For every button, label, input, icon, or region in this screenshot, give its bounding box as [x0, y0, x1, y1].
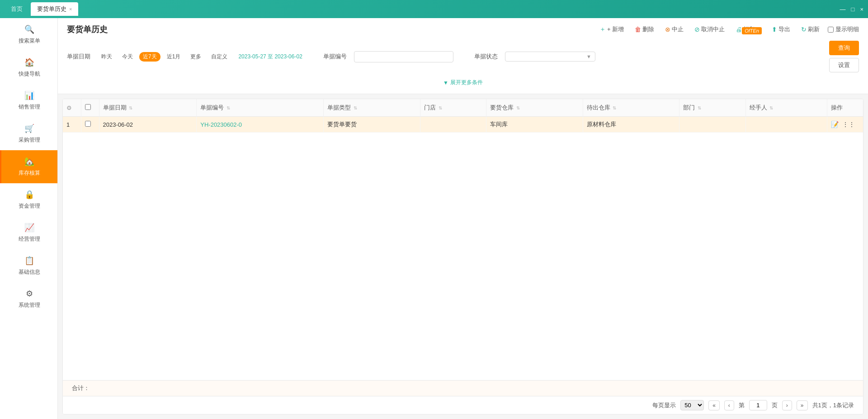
sidebar-item-system[interactable]: ⚙ 系统管理: [0, 282, 57, 315]
toolbar: ＋ + 新增 🗑 删除 ⊗ 中止 ⊘ 取消中止: [597, 24, 859, 35]
last-page-button[interactable]: »: [797, 400, 808, 410]
delete-icon: 🗑: [635, 26, 641, 33]
close-window-icon[interactable]: ×: [860, 6, 863, 13]
sidebar-item-inventory[interactable]: 🏡 库存核算: [0, 150, 57, 183]
often-badge: OfTEn: [742, 27, 762, 34]
page-number-input[interactable]: [749, 400, 767, 410]
page-title: 要货单历史: [67, 24, 108, 35]
filter-area: 单据日期 昨天 今天 近7天 近1月 更多 自定义 2023-05-27 至 2…: [67, 41, 859, 94]
shortcut-yesterday[interactable]: 昨天: [98, 52, 116, 62]
date-range-display: 2023-05-27 至 2023-06-02: [238, 53, 302, 61]
minimize-icon[interactable]: —: [840, 6, 846, 13]
sort-pend-wh-icon: ⇅: [613, 105, 616, 110]
sidebar-item-label: 采购管理: [19, 136, 40, 144]
date-shortcuts: 昨天 今天 近7天 近1月 更多 自定义: [98, 52, 231, 62]
sidebar-item-operation[interactable]: 📈 经营管理: [0, 216, 57, 249]
top-bar: 首页 要货单历史 × — □ ×: [0, 0, 868, 18]
cancel-stop-button[interactable]: ⊘ 取消中止: [692, 24, 727, 35]
per-page-select[interactable]: 10 20 50 100: [680, 400, 704, 410]
refresh-icon: ↻: [801, 26, 807, 33]
col-checkbox[interactable]: [81, 99, 99, 117]
close-tab-icon[interactable]: ×: [69, 6, 72, 12]
purchase-icon: 🛒: [24, 124, 34, 133]
table-area: ⚙ 单据日期 ⇅ 单据编号 ⇅: [62, 99, 863, 414]
expand-more-row: ▼ 展开更多条件: [67, 76, 859, 89]
next-page-button[interactable]: ›: [782, 400, 792, 410]
sort-type-icon: ⇅: [354, 105, 357, 110]
col-store[interactable]: 门店 ⇅: [420, 99, 486, 117]
row-checkbox[interactable]: [85, 121, 91, 127]
sidebar-item-sales[interactable]: 📊 销售管理: [0, 84, 57, 117]
status-select[interactable]: ▼: [505, 52, 595, 62]
sidebar-item-basic-info[interactable]: 📋 基础信息: [0, 249, 57, 282]
maximize-icon[interactable]: □: [851, 6, 855, 13]
page-label-after: 页: [772, 401, 778, 409]
sort-req-wh-icon: ⇅: [516, 105, 520, 110]
bill-no-input[interactable]: [354, 51, 453, 62]
sidebar-item-search-menu[interactable]: 🔍 搜索菜单: [0, 18, 57, 51]
refresh-button[interactable]: ↻ 刷新: [798, 24, 822, 35]
stop-icon: ⊗: [665, 26, 670, 33]
col-date[interactable]: 单据日期 ⇅: [99, 99, 197, 117]
cell-checkbox[interactable]: [81, 117, 99, 133]
display-detail-input[interactable]: [828, 27, 834, 33]
sort-dept-icon: ⇅: [698, 105, 701, 110]
export-button[interactable]: ⬆ 导出: [769, 24, 793, 35]
status-dropdown-icon[interactable]: ▼: [586, 54, 591, 59]
sidebar-item-purchase[interactable]: 🛒 采购管理: [0, 117, 57, 150]
date-filter-label: 单据日期: [67, 52, 90, 61]
col-department[interactable]: 部门 ⇅: [679, 99, 745, 117]
cell-req-warehouse: 车间库: [486, 117, 583, 133]
stop-button[interactable]: ⊗ 中止: [662, 24, 686, 35]
cell-bill-no[interactable]: YH-20230602-0: [197, 117, 324, 133]
more-action-icon[interactable]: ⋮⋮: [842, 121, 855, 128]
tab-home[interactable]: 首页: [5, 2, 29, 16]
prev-page-button[interactable]: ‹: [724, 400, 734, 410]
content-area: 要货单历史 ＋ + 新增 🗑 删除 ⊗ 中止 ⊘: [58, 18, 868, 419]
total-label: 合计：: [72, 385, 90, 391]
shortcut-7days[interactable]: 近7天: [139, 52, 160, 62]
select-all-checkbox[interactable]: [85, 104, 91, 110]
first-page-button[interactable]: «: [708, 400, 720, 410]
pagination: 每页显示 10 20 50 100 « ‹ 第 页 › » 共1页，1条记录: [63, 396, 863, 414]
tab-bill-history[interactable]: 要货单历史 ×: [31, 2, 78, 16]
sidebar: 🔍 搜索菜单 🏠 快捷导航 📊 销售管理 🛒 采购管理 🏡 库存核算 🔒 资金管…: [0, 18, 58, 419]
shortcut-custom[interactable]: 自定义: [208, 52, 231, 62]
sidebar-item-label: 销售管理: [19, 103, 40, 111]
sidebar-item-quick-nav[interactable]: 🏠 快捷导航: [0, 51, 57, 84]
shortcut-more[interactable]: 更多: [187, 52, 205, 62]
display-detail-checkbox[interactable]: 显示明细: [828, 25, 859, 33]
quick-nav-icon: 🏠: [24, 57, 34, 67]
table-container: ⚙ 单据日期 ⇅ 单据编号 ⇅: [63, 99, 863, 380]
cell-bill-type: 要货单要货: [324, 117, 420, 133]
expand-icon: ▼: [443, 80, 448, 86]
col-pending-warehouse[interactable]: 待出仓库 ⇅: [583, 99, 679, 117]
bill-no-link[interactable]: YH-20230602-0: [200, 121, 242, 128]
shortcut-today[interactable]: 今天: [118, 52, 137, 62]
cell-handler: [745, 117, 827, 133]
settings-button[interactable]: 设置: [829, 58, 859, 72]
col-bill-type[interactable]: 单据类型 ⇅: [324, 99, 420, 117]
sidebar-item-finance[interactable]: 🔒 资金管理: [0, 183, 57, 216]
cell-department: [679, 117, 745, 133]
shortcut-1month[interactable]: 近1月: [163, 52, 184, 62]
basic-info-icon: 📋: [24, 256, 34, 266]
edit-action-icon[interactable]: 📝: [831, 121, 839, 128]
total-pages-info: 共1页，1条记录: [812, 401, 854, 409]
per-page-label: 每页显示: [652, 401, 676, 409]
query-button[interactable]: 查询: [829, 41, 859, 55]
sort-date-icon: ⇅: [129, 105, 132, 110]
table-row[interactable]: 1 2023-06-02 YH-20230602-0 要货单要货 车间库: [63, 117, 863, 133]
col-req-warehouse[interactable]: 要货仓库 ⇅: [486, 99, 583, 117]
col-bill-no[interactable]: 单据编号 ⇅: [197, 99, 324, 117]
sidebar-item-label: 库存核算: [19, 169, 40, 177]
delete-button[interactable]: 🗑 删除: [632, 24, 657, 35]
sales-icon: 📊: [24, 90, 34, 100]
new-button[interactable]: ＋ + 新增: [597, 24, 627, 35]
col-handler[interactable]: 经手人 ⇅: [745, 99, 827, 117]
expand-more-button[interactable]: ▼ 展开更多条件: [67, 76, 859, 89]
sidebar-item-label: 基础信息: [19, 268, 40, 276]
cell-index: 1: [63, 117, 81, 133]
page-label-before: 第: [739, 401, 745, 409]
col-settings[interactable]: ⚙: [63, 99, 81, 117]
